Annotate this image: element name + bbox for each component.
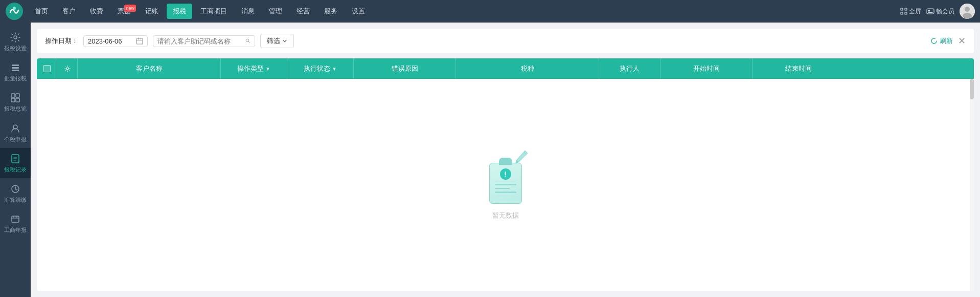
sort-icon-status: ▼ [332,66,337,72]
svg-point-10 [963,13,972,19]
refresh-icon [930,37,938,45]
nav-home[interactable]: 首页 [29,4,54,19]
nav-service[interactable]: 服务 [318,4,344,19]
exclaim-circle: ! [500,168,511,180]
nav-bookkeeping[interactable]: 记账 [139,4,165,19]
sidebar-item-annual-report[interactable]: 工商年报 [0,208,31,239]
th-error-reason: 错误原因 [354,58,456,79]
nav-tax[interactable]: 报税 [167,4,192,19]
clipboard-lines [495,184,516,193]
top-nav-right: 全屏 畅会员 [900,4,975,19]
svg-rect-22 [12,216,19,222]
date-label: 操作日期： [45,36,78,46]
sidebar-item-tax-record[interactable]: 报税记录 [0,148,31,178]
th-execute-status[interactable]: 执行状态 ▼ [287,58,354,79]
nav-menu: 首页 客户 收费 票据 new 记账 报税 工商项目 消息 管理 经营 服务 设… [29,4,900,19]
annual-report-icon [10,214,21,225]
app-logo[interactable] [5,2,24,20]
close-button[interactable]: ✕ [958,36,966,46]
scrollbar-track[interactable] [970,79,974,291]
sidebar-label-personal-tax: 个税申报 [4,136,27,143]
new-badge: new [124,5,136,12]
nav-settings[interactable]: 设置 [346,4,371,19]
filter-button[interactable]: 筛选 [260,34,294,48]
sidebar-label-annual-report: 工商年报 [4,227,27,234]
nav-message[interactable]: 消息 [235,4,261,19]
empty-state: ! 暂无数据 [483,150,529,220]
search-icon [245,37,250,45]
sidebar: 报税设置 批量报税 报税总览 [0,23,31,297]
fullscreen-button[interactable]: 全屏 [900,7,921,16]
avatar[interactable] [960,4,975,19]
empty-text: 暂无数据 [492,211,519,220]
scrollbar-thumb[interactable] [970,79,974,99]
sidebar-item-personal-tax[interactable]: 个税申报 [0,118,31,148]
th-operation-type[interactable]: 操作类型 ▼ [221,58,287,79]
svg-rect-3 [905,8,907,10]
refresh-button[interactable]: 刷新 [930,36,953,46]
svg-point-9 [965,7,970,12]
settlement-icon [10,183,21,195]
nav-customer[interactable]: 客户 [56,4,82,19]
th-end-time: 结束时间 [753,58,845,79]
sidebar-item-tax-overview[interactable]: 报税总览 [0,87,31,117]
svg-rect-7 [928,10,930,12]
th-tax-type: 税种 [456,58,599,79]
date-input[interactable] [88,37,134,45]
svg-point-1 [13,7,16,10]
sidebar-label-tax-settings: 报税设置 [4,45,27,52]
th-settings [57,58,78,79]
column-settings-icon[interactable] [64,65,71,72]
sidebar-item-tax-settings[interactable]: 报税设置 [0,27,31,57]
select-all-checkbox[interactable] [43,65,51,72]
th-checkbox[interactable] [37,58,57,79]
svg-rect-18 [16,98,19,102]
nav-invoice[interactable]: 票据 new [111,4,137,19]
svg-rect-2 [901,8,903,10]
member-label: 畅会员 [936,7,954,16]
svg-point-11 [14,36,17,39]
personal-tax-icon [10,123,21,134]
sidebar-label-tax-overview: 报税总览 [4,105,27,112]
svg-rect-5 [905,12,907,14]
empty-icon: ! [483,150,529,206]
content-area: 操作日期： 筛选 [31,23,980,297]
sidebar-label-settlement: 汇算清缴 [4,197,27,203]
svg-rect-14 [12,70,19,71]
sidebar-item-batch-tax[interactable]: 批量报税 [0,57,31,87]
nav-manage[interactable]: 管理 [263,4,288,19]
svg-rect-13 [12,67,19,69]
nav-business[interactable]: 工商项目 [194,4,233,19]
clipboard-body: ! [489,163,522,204]
svg-rect-4 [901,12,903,14]
member-button[interactable]: 畅会员 [926,7,954,16]
nav-operation[interactable]: 经营 [290,4,316,19]
sort-icon-operation: ▼ [265,66,270,72]
th-start-time: 开始时间 [660,58,753,79]
th-executor: 执行人 [599,58,660,79]
svg-rect-12 [12,65,19,66]
sidebar-item-settlement[interactable]: 汇算清缴 [0,178,31,208]
svg-rect-6 [927,9,934,14]
table-header: 客户名称 操作类型 ▼ 执行状态 ▼ 错误原因 税种 执行人 [37,58,974,79]
sidebar-label-batch-tax: 批量报税 [4,75,27,82]
search-input[interactable] [157,37,243,45]
filter-bar: 操作日期： 筛选 [37,29,974,53]
th-customer-name: 客户名称 [78,58,221,79]
table-body: ! 暂无数据 [37,79,974,291]
svg-rect-16 [16,94,19,97]
search-bar[interactable] [153,35,255,47]
settings-icon [10,32,21,43]
date-picker[interactable] [83,35,148,47]
main-layout: 报税设置 批量报税 报税总览 [0,23,980,297]
chevron-down-icon [282,38,287,44]
sidebar-label-tax-record: 报税记录 [4,166,27,173]
tax-record-icon [10,153,21,164]
calendar-icon [136,37,143,45]
refresh-label: 刷新 [940,36,953,46]
nav-fee[interactable]: 收费 [84,4,109,19]
svg-rect-15 [11,94,15,97]
data-table: 客户名称 操作类型 ▼ 执行状态 ▼ 错误原因 税种 执行人 [37,58,974,291]
clipboard-clip [499,158,512,165]
svg-point-25 [66,68,69,70]
